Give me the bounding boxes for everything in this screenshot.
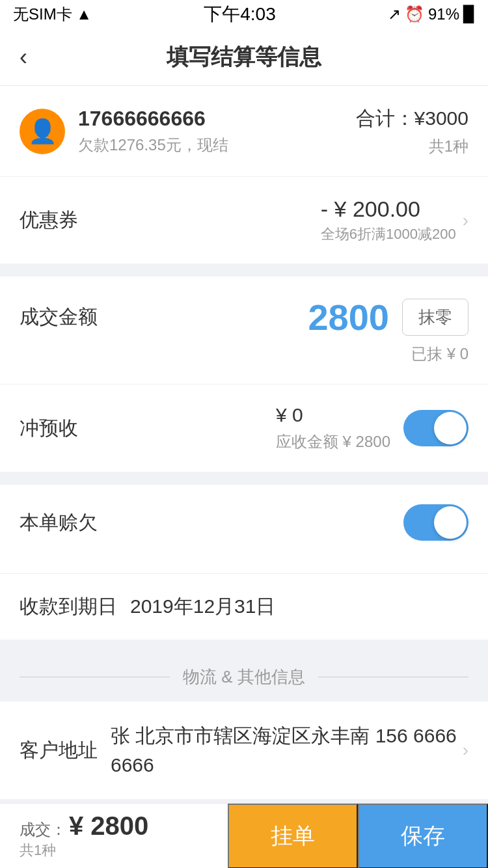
toggle-knob bbox=[434, 412, 467, 444]
duedate-value: 2019年12月31日 bbox=[130, 593, 275, 620]
avatar: 👤 bbox=[20, 109, 65, 154]
customer-row: 👤 17666666666 欠款1276.35元，现结 合计：¥3000 共1种 bbox=[0, 86, 488, 176]
deal-sub: 已抹 ¥ 0 bbox=[20, 344, 468, 364]
status-time: 下午4:03 bbox=[204, 2, 276, 27]
address-label: 客户地址 bbox=[20, 737, 98, 764]
page-title: 填写结算等信息 bbox=[167, 42, 321, 72]
status-right: ↗ ⏰ 91% ▉ bbox=[388, 5, 475, 23]
divider-line-left bbox=[20, 677, 170, 677]
nav-bar: ‹ 填写结算等信息 bbox=[0, 29, 488, 86]
main-content: 👤 17666666666 欠款1276.35元，现结 合计：¥3000 共1种… bbox=[0, 86, 488, 868]
round-button[interactable]: 抹零 bbox=[402, 299, 468, 336]
battery-icon: ▉ bbox=[463, 5, 475, 23]
deal-row: 成交金额 2800 抹零 bbox=[20, 296, 468, 338]
logistics-divider: 物流 & 其他信息 bbox=[0, 653, 488, 701]
coupon-discount: - ¥ 200.00 bbox=[321, 197, 456, 222]
coupon-desc: 全场6折满1000减200 bbox=[321, 224, 456, 244]
deal-card: 成交金额 2800 抹零 已抹 ¥ 0 冲预收 ¥ 0 应收金额 ¥ 2800 bbox=[0, 277, 488, 472]
prepay-section: 冲预收 ¥ 0 应收金额 ¥ 2800 bbox=[0, 384, 488, 472]
bottom-summary: 成交： ¥ 2800 共1种 bbox=[0, 804, 228, 868]
location-icon: ↗ bbox=[388, 5, 401, 23]
prepay-toggle[interactable] bbox=[403, 410, 468, 446]
customer-right: 合计：¥3000 共1种 bbox=[356, 105, 468, 157]
deal-label: 成交金额 bbox=[20, 304, 98, 331]
deal-amount: 2800 bbox=[308, 296, 389, 338]
debt-section: 本单赊欠 bbox=[0, 485, 488, 560]
duedate-row: 收款到期日 2019年12月31日 bbox=[20, 593, 468, 620]
bottom-count: 共1种 bbox=[20, 841, 208, 860]
duedate-section: 收款到期日 2019年12月31日 bbox=[0, 573, 488, 640]
prepay-right: ¥ 0 应收金额 ¥ 2800 bbox=[276, 404, 468, 452]
back-button[interactable]: ‹ bbox=[20, 44, 27, 71]
address-card: 客户地址 张 北京市市辖区海淀区永丰南 156 6666 6666 › bbox=[0, 701, 488, 799]
deal-section: 成交金额 2800 抹零 已抹 ¥ 0 bbox=[0, 277, 488, 384]
customer-debt: 欠款1276.35元，现结 bbox=[78, 135, 228, 156]
debt-label: 本单赊欠 bbox=[20, 509, 98, 536]
address-chevron-icon: › bbox=[463, 740, 468, 761]
address-value: 张 北京市市辖区海淀区永丰南 156 6666 6666 bbox=[111, 721, 463, 780]
coupon-right: - ¥ 200.00 全场6折满1000减200 › bbox=[321, 197, 468, 244]
save-button[interactable]: 保存 bbox=[358, 804, 488, 868]
prepay-label: 冲预收 bbox=[20, 415, 78, 442]
sim-status: 无SIM卡 ▲ bbox=[13, 4, 92, 25]
deal-right: 2800 抹零 bbox=[308, 296, 468, 338]
total-amount: 合计：¥3000 bbox=[356, 105, 468, 132]
prepay-row: 冲预收 ¥ 0 应收金额 ¥ 2800 bbox=[20, 404, 468, 452]
status-bar: 无SIM卡 ▲ 下午4:03 ↗ ⏰ 91% ▉ bbox=[0, 0, 488, 29]
debt-card: 本单赊欠 收款到期日 2019年12月31日 bbox=[0, 485, 488, 640]
debt-toggle[interactable] bbox=[403, 504, 468, 541]
divider-line-right bbox=[318, 677, 468, 677]
debt-toggle-knob bbox=[434, 506, 467, 539]
user-icon: 👤 bbox=[28, 118, 57, 145]
prepay-sub: 应收金额 ¥ 2800 bbox=[276, 431, 390, 452]
bottom-bar: 成交： ¥ 2800 共1种 挂单 保存 bbox=[0, 803, 488, 868]
prepay-amount: ¥ 0 bbox=[276, 404, 390, 426]
bottom-amount: ¥ 2800 bbox=[69, 811, 148, 841]
chevron-right-icon: › bbox=[463, 210, 468, 231]
logistics-label: 物流 & 其他信息 bbox=[170, 666, 318, 688]
coupon-label: 优惠券 bbox=[20, 207, 78, 234]
bottom-deal-row: 成交： ¥ 2800 bbox=[20, 811, 208, 841]
customer-card: 👤 17666666666 欠款1276.35元，现结 合计：¥3000 共1种… bbox=[0, 86, 488, 264]
coupon-row[interactable]: 优惠券 - ¥ 200.00 全场6折满1000减200 › bbox=[0, 176, 488, 264]
address-row[interactable]: 客户地址 张 北京市市辖区海淀区永丰南 156 6666 6666 › bbox=[20, 721, 468, 780]
customer-left: 👤 17666666666 欠款1276.35元，现结 bbox=[20, 107, 228, 156]
total-count: 共1种 bbox=[356, 136, 468, 157]
status-left: 无SIM卡 ▲ bbox=[13, 4, 92, 25]
clock-icon: ⏰ bbox=[405, 5, 424, 23]
bottom-deal-label: 成交： bbox=[20, 819, 66, 840]
customer-phone: 17666666666 bbox=[78, 107, 228, 131]
duedate-label: 收款到期日 bbox=[20, 593, 117, 620]
battery-text: 91% bbox=[428, 5, 459, 23]
debt-row: 本单赊欠 bbox=[20, 504, 468, 541]
hold-button[interactable]: 挂单 bbox=[228, 804, 358, 868]
customer-info: 17666666666 欠款1276.35元，现结 bbox=[78, 107, 228, 156]
